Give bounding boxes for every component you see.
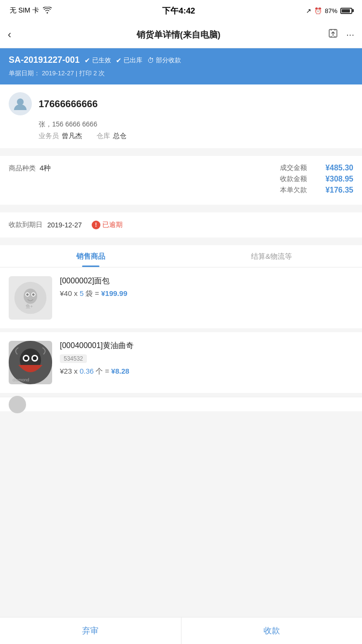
sales-person: 曾凡杰 xyxy=(62,132,82,140)
status-right: ↗ ⏰ 87% xyxy=(306,7,352,14)
status-effective: ✔ 已生效 xyxy=(84,56,111,65)
location-icon: ↗ xyxy=(306,7,311,14)
status-left: 无 SIM 卡 xyxy=(10,6,52,15)
svg-point-6 xyxy=(26,293,28,295)
received-amount-row: 收款金额 ¥308.95 xyxy=(280,175,353,183)
svg-text:鱼+: 鱼+ xyxy=(26,304,33,309)
product-tag-2: 534532 xyxy=(60,354,87,363)
nav-actions: ··· xyxy=(328,28,354,41)
customer-meta: 业务员 曾凡杰 仓库 总仓 xyxy=(39,132,353,140)
product-code-name-2: [000400001]黄油曲奇 xyxy=(60,341,353,351)
overdue-icon: ! xyxy=(92,221,100,229)
status-time: 下午4:42 xyxy=(162,5,195,16)
summary-grid: 商品种类 4种 成交金额 ¥485.30 收款金额 ¥308.95 本单欠款 ¥… xyxy=(9,164,353,197)
no-sim-text: 无 SIM 卡 xyxy=(10,6,39,15)
share-icon[interactable] xyxy=(328,28,338,41)
tab-settlement-logistics[interactable]: 结算&物流等 xyxy=(181,245,362,267)
svg-text:diamond: diamond xyxy=(13,378,29,382)
product-total-1: ¥199.99 xyxy=(101,289,127,297)
product-thumb-1: 鱼+ xyxy=(9,276,52,320)
svg-point-1 xyxy=(17,98,24,105)
tab-sales-products[interactable]: 销售商品 xyxy=(0,245,181,267)
deal-amount: ¥485.30 xyxy=(315,164,353,172)
wifi-icon xyxy=(43,7,52,15)
alarm-icon: ⏰ xyxy=(314,7,322,14)
product-total-2: ¥8.28 xyxy=(111,367,129,375)
amounts: 成交金额 ¥485.30 收款金额 ¥308.95 本单欠款 ¥176.35 xyxy=(280,164,353,197)
debt-amount-row: 本单欠款 ¥176.35 xyxy=(280,186,353,195)
product-list: 鱼+ [0000002]面包 ¥40 x 5 袋 = ¥199.99 xyxy=(0,267,362,411)
due-section: 收款到期日 2019-12-27 ! 已逾期 xyxy=(0,212,362,238)
check-icon-2: ✔ xyxy=(116,56,122,64)
svg-point-13 xyxy=(24,356,28,360)
confirm-button[interactable]: 收款 xyxy=(181,617,362,644)
order-header-banner: SA-20191227-001 ✔ 已生效 ✔ 已出库 ⏱ 部分收款 单据日期：… xyxy=(0,48,362,84)
status-shipped: ✔ 已出库 xyxy=(116,56,142,65)
customer-section: 17666666666 张，156 6666 6666 业务员 曾凡杰 仓库 总… xyxy=(0,84,362,148)
page-content: SA-20191227-001 ✔ 已生效 ✔ 已出库 ⏱ 部分收款 单据日期：… xyxy=(0,48,362,440)
summary-section: 商品种类 4种 成交金额 ¥485.30 收款金额 ¥308.95 本单欠款 ¥… xyxy=(0,156,362,205)
product-qty-1: 5 xyxy=(80,289,84,297)
check-icon-1: ✔ xyxy=(84,56,90,64)
product-code-name-1: [0000002]面包 xyxy=(60,276,353,286)
overdue-text: 已逾期 xyxy=(102,221,123,229)
clock-icon: ⏱ xyxy=(147,56,154,64)
status-bar: 无 SIM 卡 下午4:42 ↗ ⏰ 87% xyxy=(0,0,362,21)
svg-point-3 xyxy=(24,289,37,304)
bottom-bar: 弃审 收款 xyxy=(0,617,362,644)
status-partial-payment: ⏱ 部分收款 xyxy=(147,56,181,65)
battery-percent: 87% xyxy=(325,7,337,14)
product-price-2: ¥23 x 0.36 个 = ¥8.28 xyxy=(60,367,353,376)
product-price-1: ¥40 x 5 袋 = ¥199.99 xyxy=(60,289,353,298)
product-info-1: [0000002]面包 ¥40 x 5 袋 = ¥199.99 xyxy=(60,276,353,298)
product-qty-2: 0.36 xyxy=(80,367,94,375)
status-tags: ✔ 已生效 ✔ 已出库 ⏱ 部分收款 xyxy=(84,56,181,65)
debt-amount: ¥176.35 xyxy=(315,186,353,195)
warehouse: 总仓 xyxy=(113,132,126,140)
banner-top: SA-20191227-001 ✔ 已生效 ✔ 已出库 ⏱ 部分收款 xyxy=(9,55,353,65)
category-info: 商品种类 4种 xyxy=(9,164,51,173)
more-icon[interactable]: ··· xyxy=(346,29,354,40)
battery-icon xyxy=(340,8,352,14)
received-amount: ¥308.95 xyxy=(315,175,353,183)
product-item-1: 鱼+ [0000002]面包 ¥40 x 5 袋 = ¥199.99 xyxy=(0,267,362,328)
order-number: SA-20191227-001 xyxy=(9,55,80,65)
avatar xyxy=(9,92,32,115)
back-button[interactable]: ‹ xyxy=(8,24,29,45)
category-count: 4种 xyxy=(40,164,51,173)
more-products-hint xyxy=(0,397,362,411)
customer-name-phone: 张，156 6666 6666 xyxy=(39,120,353,129)
product-item-2: diamond [000400001]黄油曲奇 534532 ¥23 x 0.3… xyxy=(0,332,362,393)
customer-row: 17666666666 xyxy=(9,92,353,115)
overdue-badge: ! 已逾期 xyxy=(87,219,127,231)
tabs-bar: 销售商品 结算&物流等 xyxy=(0,245,362,267)
product-thumb-2: diamond xyxy=(9,341,52,384)
svg-point-14 xyxy=(33,356,37,360)
deal-amount-row: 成交金额 ¥485.30 xyxy=(280,164,353,172)
cancel-button[interactable]: 弃审 xyxy=(0,617,181,644)
page-title: 销货单详情(来自电脑) xyxy=(137,29,221,41)
nav-bar: ‹ 销货单详情(来自电脑) ··· xyxy=(0,21,362,48)
product-info-2: [000400001]黄油曲奇 534532 ¥23 x 0.36 个 = ¥8… xyxy=(60,341,353,376)
due-date: 2019-12-27 xyxy=(47,221,82,229)
svg-point-7 xyxy=(32,293,35,295)
customer-phone: 17666666666 xyxy=(39,98,97,110)
order-date-line: 单据日期： 2019-12-27 | 打印 2 次 xyxy=(9,69,353,78)
